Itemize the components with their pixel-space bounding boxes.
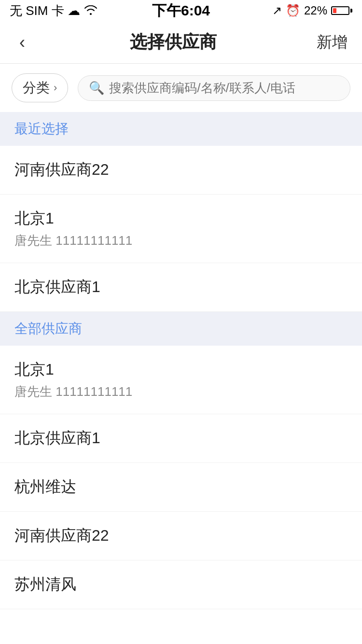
list-item[interactable]: 北京供应商1 xyxy=(0,263,362,312)
item-sub: 唐先生 11111111111 xyxy=(14,232,348,249)
alarm-icon: ⏰ xyxy=(286,4,300,17)
list-item[interactable]: 苏州清风 xyxy=(0,560,362,609)
item-name: 北京1 xyxy=(14,208,348,229)
status-left: 无 SIM 卡 ☁ xyxy=(10,2,97,19)
item-name: 北京1 xyxy=(14,359,348,380)
battery-percent: 22% xyxy=(304,4,327,17)
category-filter[interactable]: 分类 › xyxy=(12,73,68,102)
search-input[interactable] xyxy=(109,81,339,96)
battery-icon xyxy=(331,6,352,15)
status-bar: 无 SIM 卡 ☁ 下午6:04 ↗ ⏰ 22% xyxy=(0,0,362,21)
list-item[interactable]: 河南供应商22 xyxy=(0,512,362,560)
nav-bar: ‹ 选择供应商 新增 xyxy=(0,21,362,64)
category-label: 分类 xyxy=(23,79,50,97)
chevron-right-icon: › xyxy=(54,82,57,94)
status-time: 下午6:04 xyxy=(152,1,210,21)
search-icon: 🔍 xyxy=(89,81,104,96)
filter-bar: 分类 › 🔍 xyxy=(0,64,362,112)
list-item[interactable]: 北京1唐先生 11111111111 xyxy=(0,346,362,414)
list-item[interactable]: 河南供应商22 xyxy=(0,146,362,195)
search-box[interactable]: 🔍 xyxy=(78,75,350,101)
wifi-icon xyxy=(84,3,97,18)
list-item[interactable]: 北京1唐先生 11111111111 xyxy=(0,195,362,263)
status-right: ↗ ⏰ 22% xyxy=(272,4,352,17)
location-icon: ↗ xyxy=(272,4,282,17)
add-button[interactable]: 新增 xyxy=(317,32,348,53)
item-sub: 唐先生 11111111111 xyxy=(14,383,348,400)
all-section-header: 全部供应商 xyxy=(0,312,362,346)
item-name: 河南供应商22 xyxy=(14,525,348,546)
back-button[interactable]: ‹ xyxy=(14,28,30,57)
page-title: 选择供应商 xyxy=(130,30,217,54)
sim-status: 无 SIM 卡 ☁ xyxy=(10,2,80,19)
item-name: 杭州维达 xyxy=(14,476,348,498)
recent-section-header: 最近选择 xyxy=(0,112,362,146)
item-name: 北京供应商1 xyxy=(14,428,348,449)
list-item[interactable]: 北京供应商1 xyxy=(0,414,362,463)
item-name: 苏州清风 xyxy=(14,574,348,595)
item-name: 北京供应商1 xyxy=(14,277,348,298)
recent-items-list: 河南供应商22北京1唐先生 11111111111北京供应商1 xyxy=(0,146,362,312)
item-name: 河南供应商22 xyxy=(14,159,348,181)
all-items-list: 北京1唐先生 11111111111北京供应商1杭州维达河南供应商22苏州清风 xyxy=(0,346,362,609)
list-item[interactable]: 杭州维达 xyxy=(0,463,362,512)
